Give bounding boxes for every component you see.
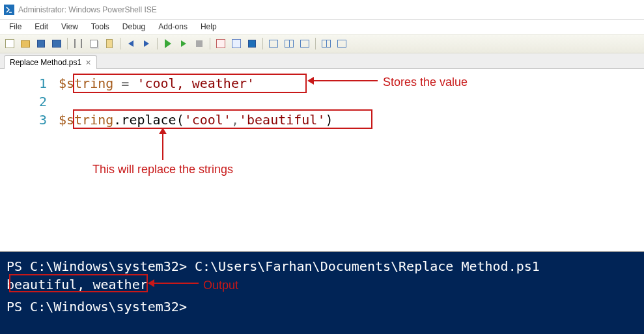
menu-tools[interactable]: Tools	[85, 21, 116, 33]
code-editor[interactable]: 1 $string = 'cool, weather' 2 3 $string.…	[0, 69, 644, 251]
new-button[interactable]	[3, 36, 17, 51]
stop-button[interactable]	[192, 36, 206, 51]
window-title: Administrator: Windows PowerShell ISE	[18, 5, 157, 14]
menu-addons[interactable]: Add-ons	[152, 21, 194, 33]
annotation-box-output	[9, 274, 148, 292]
console-pane[interactable]: PS C:\Windows\system32> C:\Users\Farhan\…	[0, 251, 644, 334]
annotation-label-replace: This will replace the strings	[92, 163, 233, 176]
separator	[157, 38, 158, 49]
copy-button[interactable]	[87, 36, 101, 51]
tab-label: Replace Method.ps1	[10, 58, 81, 67]
run-selection-button[interactable]	[176, 36, 191, 51]
separator	[262, 38, 263, 49]
separator	[210, 38, 210, 49]
file-tab[interactable]: Replace Method.ps1 ✕	[4, 55, 97, 69]
pane-1-button[interactable]	[266, 36, 281, 51]
redo-button[interactable]	[139, 36, 154, 51]
annotation-label-output: Output	[203, 276, 238, 294]
annotation-box-line3	[73, 109, 372, 129]
open-button[interactable]	[18, 36, 33, 51]
save-button[interactable]	[34, 36, 48, 51]
breakpoint-button[interactable]	[214, 36, 228, 51]
menu-bar: File Edit View Tools Debug Add-ons Help	[0, 20, 644, 34]
line-number: 3	[0, 111, 59, 129]
console-line-1: PS C:\Windows\system32> C:\Users\Farhan\…	[7, 257, 637, 275]
annotation-box-line1	[73, 74, 307, 93]
pane-2-button[interactable]	[282, 36, 296, 51]
saveall-button[interactable]	[49, 36, 64, 51]
annotation-arrow-3	[153, 283, 199, 284]
title-bar: Administrator: Windows PowerShell ISE	[0, 0, 644, 20]
paste-button[interactable]	[102, 36, 117, 51]
menu-debug[interactable]: Debug	[116, 21, 152, 33]
toolbar	[0, 34, 644, 53]
line-number: 2	[0, 92, 59, 111]
close-icon[interactable]: ✕	[85, 59, 91, 67]
console-line-2: PS C:\Windows\system32>	[7, 298, 637, 316]
remote-button[interactable]	[229, 36, 244, 51]
run-button[interactable]	[161, 36, 175, 51]
app-icon	[4, 5, 14, 15]
command-addon-button[interactable]	[319, 36, 333, 51]
separator	[67, 38, 68, 49]
separator	[315, 38, 316, 49]
menu-help[interactable]: Help	[194, 21, 223, 33]
ps-button[interactable]	[245, 36, 259, 51]
tab-strip: Replace Method.ps1 ✕	[0, 53, 644, 69]
separator	[120, 38, 120, 49]
undo-button[interactable]	[124, 36, 138, 51]
annotation-label-stores: Stores the value	[383, 76, 468, 89]
annotation-arrow-2	[162, 133, 163, 160]
line-number: 1	[0, 74, 59, 92]
menu-view[interactable]: View	[55, 21, 85, 33]
cut-button[interactable]	[71, 36, 85, 51]
show-command-button[interactable]	[335, 36, 349, 51]
menu-file[interactable]: File	[3, 21, 28, 33]
menu-edit[interactable]: Edit	[28, 21, 55, 33]
pane-3-button[interactable]	[298, 36, 312, 51]
annotation-arrow-1	[313, 80, 378, 81]
